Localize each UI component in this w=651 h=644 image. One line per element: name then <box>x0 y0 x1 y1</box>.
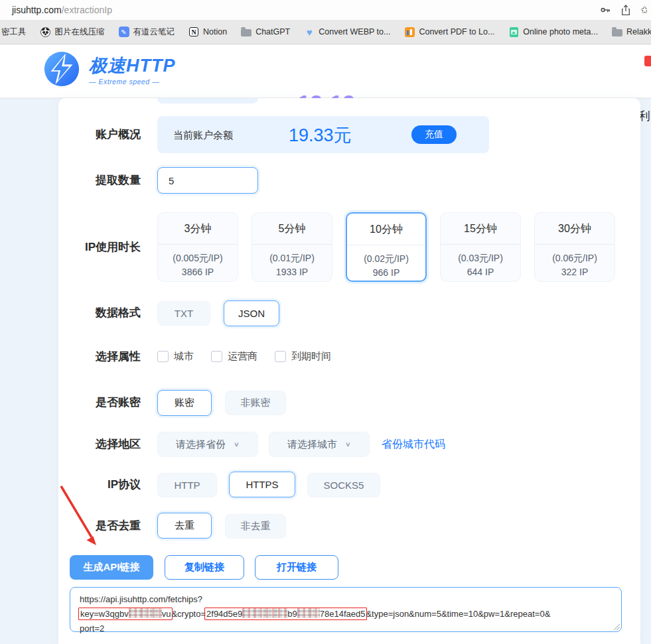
redaction-annotation-box-crypto: 2f94d5e9b978e14faed5 <box>204 608 367 620</box>
quantity-input[interactable] <box>157 167 258 194</box>
format-option-txt[interactable]: TXT <box>157 301 210 326</box>
balance-value: 19.33元 <box>289 123 352 147</box>
pdf-tool-icon <box>404 27 415 37</box>
url-path: /extractionIp <box>62 5 112 15</box>
mosaic-redaction <box>297 608 320 618</box>
duration-option-5min[interactable]: 5分钟 (0.01元/IP) 1933 IP <box>252 212 332 282</box>
logo-title: 极速HTTP <box>89 56 176 76</box>
api-url-line2: key=w3qgbvvu&crypto=2f94d5e9b978e14faed5… <box>80 607 612 621</box>
protocol-option-socks5[interactable]: SOCKS5 <box>307 473 380 497</box>
account-balance-box: 当前账户余额 19.33元 充值 <box>157 116 489 153</box>
url-host: jisuhttp.com <box>12 5 62 15</box>
province-select[interactable]: 请选择省份∨ <box>157 432 258 457</box>
generate-api-link-button[interactable]: 生成API链接 <box>70 555 153 580</box>
bookmark-notion[interactable]: NNotion <box>188 27 227 37</box>
dedup-option-no[interactable]: 非去重 <box>225 514 286 539</box>
attributes-label: 选择属性 <box>60 350 141 363</box>
folder-icon <box>612 27 622 37</box>
checkbox-box <box>211 351 222 362</box>
format-option-json-selected[interactable]: JSON <box>224 300 279 326</box>
bookmark-convert-pdf[interactable]: Convert PDF to Lo... <box>404 27 494 37</box>
checkbox-carrier[interactable]: 运营商 <box>211 350 257 363</box>
recharge-button[interactable]: 充值 <box>411 125 457 144</box>
duration-option-15min[interactable]: 15分钟 (0.03元/IP) 644 IP <box>440 212 521 282</box>
mosaic-redaction <box>242 608 287 618</box>
heart-icon: ♥ <box>304 27 315 37</box>
panda-icon <box>40 27 51 37</box>
redaction-annotation-box-key: key=w3qgbvvu <box>78 608 173 620</box>
mosaic-redaction <box>129 608 162 618</box>
nav-red-badge-fragment <box>644 56 651 66</box>
address-bar[interactable]: jisuhttp.com/extractionIp <box>12 5 112 15</box>
quantity-label: 提取数量 <box>60 174 141 187</box>
api-url-textarea[interactable]: https://api.jisuhttp.com/fetchips? key=w… <box>70 587 622 632</box>
bookmark-photo-meta[interactable]: Online photo meta... <box>508 27 598 37</box>
protocol-label: IP协议 <box>60 478 141 491</box>
checkbox-expire-time[interactable]: 到期时间 <box>275 350 331 363</box>
dedup-label: 是否去重 <box>60 519 141 533</box>
photo-meta-icon <box>508 27 519 37</box>
checkbox-city[interactable]: 城市 <box>157 350 194 363</box>
api-url-line1: https://api.jisuhttp.com/fetchips? <box>80 592 612 607</box>
scrolled-partial-box <box>157 98 258 103</box>
bookmark-encrypt-tool[interactable]: 密工具 <box>1 27 27 38</box>
password-key-icon[interactable] <box>599 4 611 16</box>
bookmark-chatgpt-folder[interactable]: ChatGPT <box>241 27 290 37</box>
account-overview-label: 账户概况 <box>60 128 141 141</box>
province-city-code-link[interactable]: 省份城市代码 <box>382 438 445 452</box>
open-link-button[interactable]: 打开链接 <box>255 555 338 580</box>
bookmark-youdao-note[interactable]: ✎有道云笔记 <box>119 27 175 38</box>
folder-icon <box>241 27 252 37</box>
youdao-pen-icon: ✎ <box>119 27 129 37</box>
duration-option-10min-selected[interactable]: 10分钟 (0.02元/IP) 966 IP <box>346 212 427 282</box>
site-logo[interactable]: 极速HTTP — Extreme speed — <box>42 50 176 91</box>
dedup-option-yes-selected[interactable]: 去重 <box>157 513 212 539</box>
protocol-option-http[interactable]: HTTP <box>157 473 217 497</box>
protocol-option-https-selected[interactable]: HTTPS <box>229 472 295 497</box>
logo-subtitle: — Extreme speed — <box>89 78 176 86</box>
lightning-logo-icon <box>42 50 81 91</box>
extraction-form-card: 账户概况 当前账户余额 19.33元 充值 提取数量 IP使用时长 3分钟 (0… <box>58 98 640 644</box>
share-icon[interactable] <box>620 4 631 16</box>
chevron-down-icon: ∨ <box>345 440 351 448</box>
notion-icon: N <box>188 27 199 37</box>
checkbox-box <box>275 351 286 362</box>
browser-url-bar: jisuhttp.com/extractionIp ✩ <box>0 0 651 20</box>
city-select[interactable]: 请选择城市∨ <box>269 432 370 457</box>
duration-option-30min[interactable]: 30分钟 (0.06元/IP) 322 IP <box>534 212 615 282</box>
site-header: 极速HTTP — Extreme speed — 首页 12.12 套餐购买 I… <box>0 44 651 98</box>
attributes-group: 城市 运营商 到期时间 <box>157 350 331 363</box>
partial-star-icon[interactable]: ✩ <box>640 4 647 16</box>
duration-label: IP使用时长 <box>60 241 141 254</box>
api-url-line3: port=2 <box>80 621 612 636</box>
bookmarks-bar: 密工具 图片在线压缩 ✎有道云笔记 NNotion ChatGPT ♥Conve… <box>0 20 651 44</box>
checkbox-box <box>157 351 169 362</box>
format-label: 数据格式 <box>60 306 141 320</box>
region-label: 选择地区 <box>60 438 141 451</box>
duration-option-3min[interactable]: 3分钟 (0.005元/IP) 3866 IP <box>157 212 238 282</box>
auth-option-account-selected[interactable]: 账密 <box>157 390 212 416</box>
copy-link-button[interactable]: 复制链接 <box>165 555 244 580</box>
bookmark-relakkes[interactable]: Relakkes <box>612 27 651 37</box>
auth-label: 是否账密 <box>60 396 141 409</box>
bookmark-convert-webp[interactable]: ♥Convert WEBP to... <box>304 27 390 37</box>
auth-option-no-account[interactable]: 非账密 <box>225 391 286 415</box>
chevron-down-icon: ∨ <box>234 440 240 448</box>
bookmark-image-compress[interactable]: 图片在线压缩 <box>40 27 105 38</box>
balance-label: 当前账户余额 <box>173 129 233 142</box>
